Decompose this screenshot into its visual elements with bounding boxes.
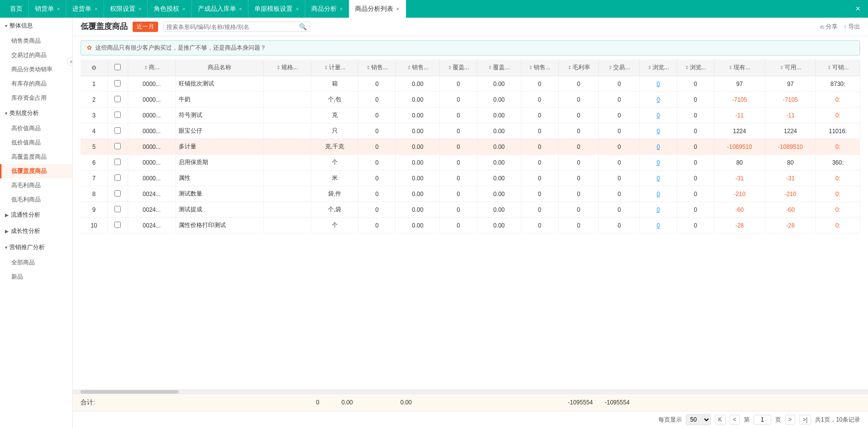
scrollbar-thumb[interactable]	[81, 390, 179, 394]
col-gross[interactable]: ⇕毛利率	[558, 59, 599, 76]
select-all-checkbox[interactable]	[114, 64, 121, 70]
col-sales-qty[interactable]: ⇕销售...	[358, 59, 396, 76]
row-view1[interactable]: 0	[640, 76, 677, 92]
row-check[interactable]	[108, 92, 128, 108]
row-view1[interactable]: 0	[640, 202, 677, 218]
row-stock2: -31	[765, 171, 816, 186]
row-view1[interactable]: 0	[640, 171, 677, 186]
row-view1[interactable]: 0	[640, 218, 677, 233]
first-page-button[interactable]: K	[715, 415, 726, 425]
row-check[interactable]	[108, 202, 128, 218]
col-name[interactable]: 商品名称	[175, 59, 263, 76]
row-check[interactable]	[108, 139, 128, 155]
col-unit[interactable]: ⇕计量...	[311, 59, 358, 76]
row-view1[interactable]: 0	[640, 186, 677, 202]
col-trade[interactable]: ⇕交易...	[599, 59, 640, 76]
time-filter-button[interactable]: 近一月	[133, 22, 158, 32]
row-view1[interactable]: 0	[640, 92, 677, 108]
row-check[interactable]	[108, 155, 128, 171]
row-check[interactable]	[108, 186, 128, 202]
close-icon[interactable]: ×	[57, 6, 60, 12]
sidebar-item-category-rate[interactable]: 商品分类动销率	[0, 62, 72, 77]
chevron-right-icon: ▶	[5, 212, 9, 218]
sidebar-item-low-value[interactable]: 低价值商品	[0, 136, 72, 150]
sidebar-group-circulation[interactable]: ▶ 流通性分析	[0, 207, 72, 223]
sidebar-collapse-button[interactable]: «	[67, 57, 73, 66]
nav-roles[interactable]: 角色授权 ×	[148, 0, 191, 18]
share-button[interactable]: ⎋ 分享	[820, 23, 838, 31]
search-box[interactable]: 🔍	[163, 22, 310, 32]
close-icon[interactable]: ×	[296, 6, 298, 12]
sidebar-item-high-coverage[interactable]: 高覆盖度商品	[0, 150, 72, 164]
row-code: 0000...	[128, 92, 176, 108]
sidebar-group-overall[interactable]: ▾ 整体信息	[0, 18, 72, 34]
col-settings[interactable]: ⚙	[81, 59, 108, 76]
row-check[interactable]	[108, 76, 128, 92]
sidebar-item-stocked-goods[interactable]: 有库存的商品	[0, 77, 72, 91]
row-check[interactable]	[108, 123, 128, 139]
close-icon[interactable]: ×	[182, 6, 185, 12]
prev-page-button[interactable]: <	[730, 415, 740, 425]
sidebar-group-category[interactable]: ▾ 类别度分析	[0, 105, 72, 121]
sidebar-item-high-margin[interactable]: 高毛利商品	[0, 178, 72, 193]
sidebar-item-new-goods[interactable]: 新品	[0, 270, 72, 284]
row-view1[interactable]: 0	[640, 123, 677, 139]
sidebar-item-low-coverage[interactable]: 低覆盖度商品	[0, 164, 72, 178]
row-stock2: -60	[765, 202, 816, 218]
row-view1[interactable]: 0	[640, 139, 677, 155]
nav-analysis[interactable]: 商品分析 ×	[305, 0, 349, 18]
col-cover1[interactable]: ⇕覆盖...	[440, 59, 477, 76]
nav-sales[interactable]: 销货单 ×	[29, 0, 66, 18]
nav-analysis-list[interactable]: 商品分析列表 ×	[349, 0, 406, 18]
table-header-row: ⚙ ⇕商... 商品名称 ⇕规格... ⇕计量... ⇕销售... ⇕销售...…	[81, 59, 860, 76]
sidebar-item-traded-goods[interactable]: 交易过的商品	[0, 48, 72, 62]
row-trade: 0	[599, 139, 640, 155]
sidebar-item-stock-capital[interactable]: 库存资金占用	[0, 91, 72, 105]
page-input[interactable]	[754, 415, 771, 425]
col-check[interactable]	[108, 59, 128, 76]
col-spec[interactable]: ⇕规格...	[264, 59, 311, 76]
search-input[interactable]	[166, 24, 299, 30]
col-stock1[interactable]: ⇕现有...	[714, 59, 765, 76]
sidebar-item-all-goods[interactable]: 全部商品	[0, 256, 72, 270]
col-sales3[interactable]: ⇕销售...	[521, 59, 558, 76]
col-view1[interactable]: ⇕浏览...	[640, 59, 677, 76]
row-check[interactable]	[108, 218, 128, 233]
nav-template[interactable]: 单据模板设置 ×	[248, 0, 305, 18]
col-code[interactable]: ⇕商...	[128, 59, 176, 76]
horizontal-scrollbar[interactable]	[73, 390, 868, 394]
sidebar-item-high-value[interactable]: 高价值商品	[0, 121, 72, 136]
col-stock3[interactable]: ⇕可销...	[816, 59, 860, 76]
nav-permissions[interactable]: 权限设置 ×	[104, 0, 148, 18]
row-sales-amt: 0.00	[396, 171, 440, 186]
row-gross: 0	[558, 202, 599, 218]
sidebar-group-marketing[interactable]: ▾ 营销推广分析	[0, 239, 72, 256]
close-icon[interactable]: ×	[239, 6, 242, 12]
close-all-button[interactable]: ×	[852, 4, 864, 13]
row-code: 0000...	[128, 76, 176, 92]
per-page-select[interactable]: 50 20 100	[686, 414, 711, 425]
row-check[interactable]	[108, 171, 128, 186]
export-button[interactable]: ↑ 导出	[843, 23, 860, 31]
close-icon[interactable]: ×	[94, 6, 97, 12]
col-stock2[interactable]: ⇕可用...	[765, 59, 816, 76]
row-view1[interactable]: 0	[640, 155, 677, 171]
sidebar-item-low-margin[interactable]: 低毛利商品	[0, 193, 72, 207]
close-icon[interactable]: ×	[340, 6, 343, 12]
last-page-button[interactable]: >|	[799, 415, 811, 425]
col-cover2[interactable]: ⇕覆盖...	[477, 59, 521, 76]
nav-home[interactable]: 首页	[4, 0, 29, 18]
search-icon[interactable]: 🔍	[299, 23, 307, 30]
close-icon[interactable]: ×	[396, 6, 399, 12]
col-sales-amt[interactable]: ⇕销售...	[396, 59, 440, 76]
row-view1[interactable]: 0	[640, 108, 677, 123]
row-check[interactable]	[108, 108, 128, 123]
close-icon[interactable]: ×	[138, 6, 141, 12]
next-page-button[interactable]: >	[785, 415, 795, 425]
sidebar-item-sales-goods[interactable]: 销售类商品	[0, 34, 72, 48]
col-view2[interactable]: ⇕浏览...	[677, 59, 714, 76]
data-table-wrapper[interactable]: ⚙ ⇕商... 商品名称 ⇕规格... ⇕计量... ⇕销售... ⇕销售...…	[73, 59, 868, 390]
nav-purchase[interactable]: 进货单 ×	[66, 0, 104, 18]
sidebar-group-growth[interactable]: ▶ 成长性分析	[0, 223, 72, 239]
nav-inventory[interactable]: 产成品入库单 ×	[192, 0, 248, 18]
